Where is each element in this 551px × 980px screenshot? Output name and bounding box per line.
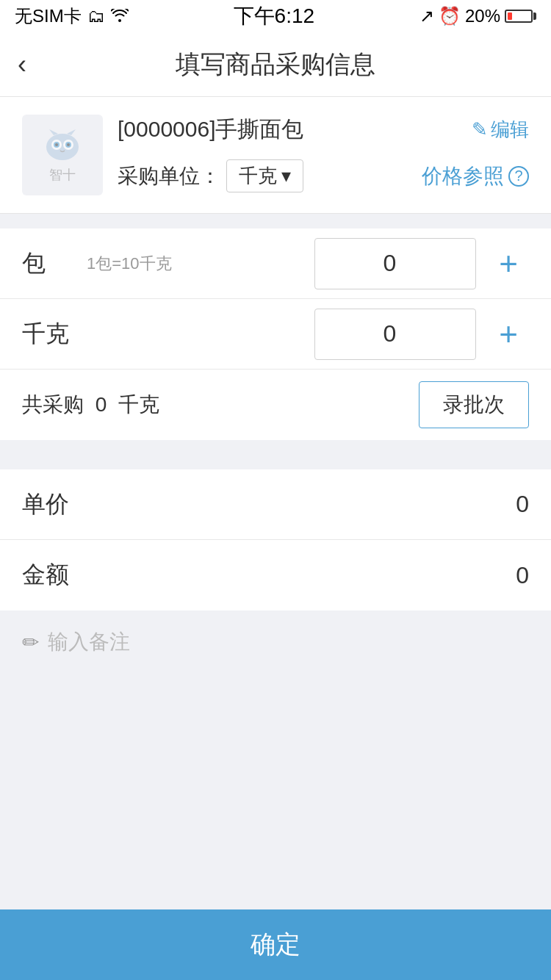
status-right: ↗ ⏰ 20% [419, 6, 536, 26]
bag-input-wrap: + [172, 238, 529, 289]
info-section: 单价 0 金额 0 [0, 469, 551, 610]
bag-input[interactable] [314, 238, 476, 289]
svg-marker-7 [49, 129, 58, 135]
remark-placeholder: 输入备注 [48, 628, 130, 656]
edit-button[interactable]: ✎ 编辑 [472, 117, 529, 143]
amount-row: 金额 0 [0, 540, 551, 610]
unit-label: 采购单位： [118, 162, 220, 190]
svg-point-6 [67, 143, 70, 146]
product-card: 智十 [0000006]手撕面包 ✎ 编辑 采购单位： 千克 ▾ 价格参照 ? [0, 97, 551, 214]
alarm-icon: ⏰ [439, 6, 461, 26]
content-area [0, 674, 551, 923]
wifi-icon [111, 6, 129, 26]
kg-row: 千克 + [0, 299, 551, 370]
bag-label: 包 [22, 248, 81, 280]
kg-label: 千克 [22, 318, 81, 350]
price-ref-button[interactable]: 价格参照 ? [422, 162, 529, 190]
product-image: 智十 [22, 115, 103, 195]
battery-icon [505, 10, 536, 23]
product-name-row: [0000006]手撕面包 ✎ 编辑 [118, 115, 529, 145]
back-arrow: ‹ [18, 49, 26, 79]
sim-icon: 🗂 [87, 6, 105, 26]
pencil-icon: ✏ [22, 630, 39, 655]
product-logo: 智十 [40, 126, 84, 184]
unit-row: 采购单位： 千克 ▾ 价格参照 ? [118, 159, 529, 192]
location-icon: ↗ [419, 6, 434, 26]
amount-label: 金额 [22, 559, 69, 591]
kg-input[interactable] [314, 309, 476, 360]
section-divider-1 [0, 214, 551, 228]
svg-marker-8 [67, 129, 76, 135]
page-title: 填写商品采购信息 [176, 48, 375, 82]
unit-value: 千克 [239, 163, 277, 189]
svg-point-5 [55, 143, 58, 146]
record-batch-button[interactable]: 录批次 [419, 381, 529, 428]
status-bar: 无SIM卡 🗂 下午6:12 ↗ ⏰ 20% [0, 0, 551, 32]
bag-plus-button[interactable]: + [488, 238, 529, 289]
form-section: 包 1包=10千克 + 千克 + [0, 228, 551, 370]
price-ref-label: 价格参照 [422, 162, 504, 190]
status-time: 下午6:12 [234, 2, 315, 30]
unit-select[interactable]: 千克 ▾ [226, 159, 303, 192]
summary-value: 0 [96, 393, 107, 416]
help-icon: ? [508, 166, 529, 187]
battery-percent: 20% [465, 6, 500, 26]
carrier-text: 无SIM卡 [15, 4, 82, 28]
bag-row: 包 1包=10千克 + [0, 228, 551, 299]
nav-bar: ‹ 填写商品采购信息 [0, 32, 551, 97]
amount-value: 0 [516, 562, 529, 589]
unit-selector-wrap: 采购单位： 千克 ▾ [118, 159, 303, 192]
summary-label: 共采购 [22, 393, 84, 416]
svg-point-0 [46, 134, 79, 160]
edit-icon: ✎ [472, 118, 488, 141]
product-name: [0000006]手撕面包 [118, 115, 303, 145]
summary-text: 共采购 0 千克 [22, 391, 159, 419]
remark-section[interactable]: ✏ 输入备注 [0, 610, 551, 674]
unit-price-label: 单价 [22, 489, 69, 521]
summary-row: 共采购 0 千克 录批次 [0, 370, 551, 440]
back-button[interactable]: ‹ [18, 49, 26, 80]
kg-plus-button[interactable]: + [488, 309, 529, 360]
dropdown-arrow: ▾ [281, 165, 291, 187]
edit-label: 编辑 [491, 117, 529, 143]
kg-input-wrap: + [81, 309, 529, 360]
summary-unit: 千克 [118, 393, 159, 416]
status-left: 无SIM卡 🗂 [15, 4, 129, 28]
confirm-button[interactable]: 确定 [0, 909, 551, 980]
unit-price-value: 0 [516, 491, 529, 518]
unit-price-row: 单价 0 [0, 469, 551, 540]
bag-unit-sub: 1包=10千克 [87, 253, 172, 275]
section-divider-2 [0, 440, 551, 455]
product-info: [0000006]手撕面包 ✎ 编辑 采购单位： 千克 ▾ 价格参照 ? [118, 115, 529, 192]
